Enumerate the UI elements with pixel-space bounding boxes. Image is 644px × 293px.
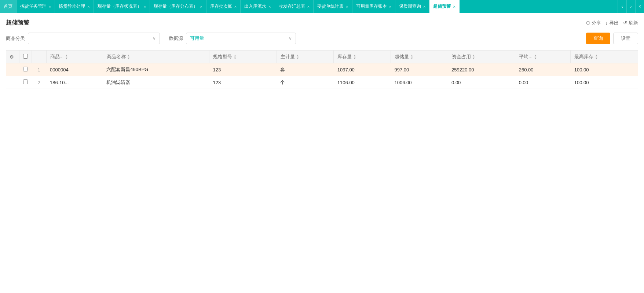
row-checkbox[interactable] bbox=[23, 67, 28, 71]
col-header-product_code[interactable]: 商品...▲▼ bbox=[46, 51, 103, 63]
col-header-avg[interactable]: 平均...▲▼ bbox=[515, 51, 571, 63]
cell-product_name: 机油滤清器 bbox=[103, 76, 209, 89]
row-checkbox-cell bbox=[19, 76, 32, 89]
nav-item-order-stats[interactable]: 要货单统计表× bbox=[314, 0, 352, 13]
share-button[interactable]: ⬡ 分享 bbox=[586, 20, 601, 26]
nav-item-label: 拣货任务管理 bbox=[20, 3, 47, 10]
table-row: 10000004六配套新昌490BPG123套1097.00997.002592… bbox=[6, 63, 638, 76]
cell-avg: 0.00 bbox=[515, 76, 571, 89]
nav-item-close-icon[interactable]: × bbox=[200, 4, 202, 9]
cell-product_code: 186-10... bbox=[46, 76, 103, 89]
col-header-stock[interactable]: 库存量▲▼ bbox=[334, 51, 391, 63]
query-button[interactable]: 查询 bbox=[586, 33, 610, 44]
export-button[interactable]: ↓ 导出 bbox=[605, 20, 619, 26]
filter-group-category: 商品分类 ∨ bbox=[6, 33, 160, 44]
category-label: 商品分类 bbox=[6, 35, 25, 42]
cell-stock: 1106.00 bbox=[334, 76, 391, 89]
page-header: 超储预警 ⬡ 分享 ↓ 导出 ↺ 刷新 bbox=[6, 19, 638, 27]
page-actions: ⬡ 分享 ↓ 导出 ↺ 刷新 bbox=[586, 20, 638, 26]
settings-gear-icon[interactable]: ⚙ bbox=[10, 54, 14, 60]
sort-icon-overstock[interactable]: ▲▼ bbox=[410, 54, 413, 60]
row-index: 1 bbox=[32, 63, 46, 76]
page-content: 超储预警 ⬡ 分享 ↓ 导出 ↺ 刷新 商品分类 ∨ 数据源 bbox=[0, 13, 644, 293]
nav-item-label: 首页 bbox=[4, 3, 12, 10]
row-checkbox-cell bbox=[19, 63, 32, 76]
page-title: 超储预警 bbox=[6, 19, 29, 27]
col-header-max_stock[interactable]: 最高库存▲▼ bbox=[571, 51, 638, 63]
col-header-capital[interactable]: 资金占用▲▼ bbox=[448, 51, 515, 63]
nav-item-label: 现存量（库存状况表） bbox=[98, 3, 142, 10]
col-header-overstock[interactable]: 超储量▲▼ bbox=[391, 51, 448, 63]
sort-icon-product_name[interactable]: ▲▼ bbox=[127, 54, 130, 60]
row-gear-cell bbox=[6, 76, 19, 89]
nav-item-close-icon[interactable]: × bbox=[268, 4, 271, 9]
nav-arrow-left[interactable]: ‹ bbox=[618, 0, 626, 13]
datasource-value: 可用量 bbox=[190, 35, 204, 42]
datasource-label: 数据源 bbox=[169, 35, 183, 42]
refresh-button[interactable]: ↺ 刷新 bbox=[623, 20, 638, 26]
nav-arrow-close[interactable]: × bbox=[635, 0, 644, 13]
col-label-product_code: 商品... bbox=[50, 54, 64, 59]
sort-icon-product_code[interactable]: ▲▼ bbox=[65, 54, 68, 60]
nav-item-home[interactable]: 首页 bbox=[0, 0, 17, 13]
category-chevron-icon: ∨ bbox=[153, 36, 156, 41]
sort-icon-avg[interactable]: ▲▼ bbox=[534, 54, 537, 60]
sort-icon-max_stock[interactable]: ▲▼ bbox=[595, 54, 598, 60]
row-index: 2 bbox=[32, 76, 46, 89]
nav-item-task-mgmt[interactable]: 拣货任务管理× bbox=[17, 0, 55, 13]
nav-item-label: 收发存汇总表 bbox=[279, 3, 305, 10]
nav-item-label: 要货单统计表 bbox=[317, 3, 344, 10]
nav-item-batch-account[interactable]: 库存批次账× bbox=[206, 0, 241, 13]
col-header-spec[interactable]: 规格型号▲▼ bbox=[209, 51, 277, 63]
data-table: ⚙商品...▲▼商品名称▲▼规格型号▲▼主计量▲▼库存量▲▼超储量▲▼资金占用▲… bbox=[6, 50, 638, 89]
nav-item-label: 库存批次账 bbox=[210, 3, 232, 10]
col-label-product_name: 商品名称 bbox=[107, 54, 126, 59]
nav-item-close-icon[interactable]: × bbox=[144, 4, 146, 9]
table-row: 2186-10...机油滤清器123个1106.001006.000.000.0… bbox=[6, 76, 638, 89]
nav-item-available-account[interactable]: 可用量库存账本× bbox=[352, 0, 395, 13]
export-icon: ↓ bbox=[605, 20, 608, 26]
nav-item-inventory-dist[interactable]: 现存量（库存分布表）× bbox=[150, 0, 206, 13]
top-nav: 首页拣货任务管理×拣货异常处理×现存量（库存状况表）×现存量（库存分布表）×库存… bbox=[0, 0, 644, 13]
sort-icon-unit[interactable]: ▲▼ bbox=[296, 54, 299, 60]
nav-item-receive-send[interactable]: 收发存汇总表× bbox=[275, 0, 314, 13]
nav-item-close-icon[interactable]: × bbox=[49, 4, 51, 9]
sort-icon-capital[interactable]: ▲▼ bbox=[472, 54, 475, 60]
cell-product_code: 0000004 bbox=[46, 63, 103, 76]
row-checkbox[interactable] bbox=[23, 79, 28, 84]
refresh-icon: ↺ bbox=[623, 20, 627, 26]
nav-item-quality-check[interactable]: 保质期查询× bbox=[395, 0, 429, 13]
nav-item-close-icon[interactable]: × bbox=[453, 4, 455, 9]
sort-icon-spec[interactable]: ▲▼ bbox=[234, 54, 237, 60]
settings-button[interactable]: 设置 bbox=[613, 33, 638, 44]
nav-item-overstock-warning[interactable]: 超储预警× bbox=[429, 0, 459, 13]
col-header-product_name[interactable]: 商品名称▲▼ bbox=[103, 51, 209, 63]
nav-item-close-icon[interactable]: × bbox=[307, 4, 310, 9]
row-gear-cell bbox=[6, 63, 19, 76]
nav-arrow-right[interactable]: › bbox=[626, 0, 635, 13]
nav-item-abnormal[interactable]: 拣货异常处理× bbox=[55, 0, 94, 13]
nav-item-close-icon[interactable]: × bbox=[234, 4, 237, 9]
nav-item-in-out-flow[interactable]: 出入库流水× bbox=[241, 0, 275, 13]
col-header-unit[interactable]: 主计量▲▼ bbox=[277, 51, 334, 63]
nav-item-label: 现存量（库存分布表） bbox=[154, 3, 198, 10]
sort-icon-stock[interactable]: ▲▼ bbox=[353, 54, 356, 60]
cell-capital: 259220.00 bbox=[448, 63, 515, 76]
cell-product_name: 六配套新昌490BPG bbox=[103, 63, 209, 76]
cell-avg: 260.00 bbox=[515, 63, 571, 76]
nav-item-label: 可用量库存账本 bbox=[356, 3, 387, 10]
col-label-overstock: 超储量 bbox=[395, 54, 409, 59]
nav-arrows: ‹›× bbox=[618, 0, 644, 13]
col-label-unit: 主计量 bbox=[281, 54, 295, 59]
nav-item-inventory-status[interactable]: 现存量（库存状况表）× bbox=[94, 0, 150, 13]
datasource-select[interactable]: 可用量 ∨ bbox=[186, 33, 296, 44]
nav-item-close-icon[interactable]: × bbox=[389, 4, 391, 9]
col-header-checkbox bbox=[19, 51, 32, 63]
nav-item-close-icon[interactable]: × bbox=[346, 4, 348, 9]
nav-item-close-icon[interactable]: × bbox=[87, 4, 89, 9]
nav-item-close-icon[interactable]: × bbox=[423, 4, 425, 9]
cell-capital: 0.00 bbox=[448, 76, 515, 89]
category-select[interactable]: ∨ bbox=[28, 33, 160, 44]
cell-spec: 123 bbox=[209, 63, 277, 76]
select-all-checkbox[interactable] bbox=[23, 54, 28, 59]
